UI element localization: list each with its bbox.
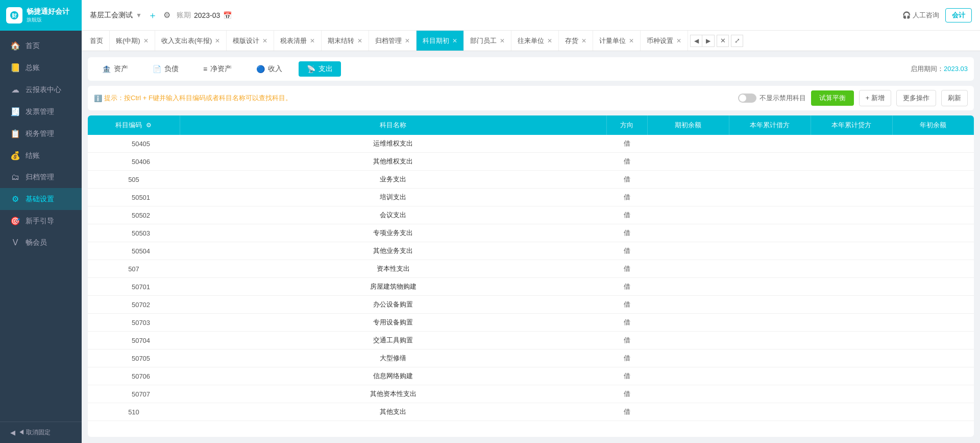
- tab-科目期初[interactable]: 科目期初✕: [416, 31, 464, 51]
- table-row[interactable]: 50706 信息网络购建 借: [88, 367, 974, 385]
- tab-label: 模版设计: [233, 36, 259, 45]
- table-container[interactable]: 科目编码 ⚙ 科目名称 方向 期初余额 本年累计借方 本年累计贷方 年初余额: [88, 115, 974, 437]
- sidebar-item-label: 首页: [26, 41, 40, 51]
- cat-tab-icon: ≡: [203, 65, 207, 73]
- sidebar-item-结账[interactable]: 💰结账: [0, 145, 82, 167]
- more-button[interactable]: 更多操作: [896, 90, 936, 106]
- cell-name: 专用设备购置: [180, 314, 606, 332]
- sidebar-collapse[interactable]: ◀ ◀ 取消固定: [0, 422, 82, 443]
- cell-credit: [811, 260, 892, 278]
- tab-label: 税表清册: [280, 36, 307, 45]
- sidebar-item-label: 发票管理: [26, 107, 54, 116]
- tab-close-icon[interactable]: ✕: [405, 37, 410, 44]
- tab-close-icon[interactable]: ✕: [629, 37, 634, 44]
- table-row[interactable]: 50503 专项业务支出 借: [88, 224, 974, 242]
- cell-credit: [811, 206, 892, 224]
- subjects-table: 科目编码 ⚙ 科目名称 方向 期初余额 本年累计借方 本年累计贷方 年初余额: [88, 115, 974, 421]
- tab-close-icon[interactable]: ✕: [310, 37, 315, 44]
- add-button[interactable]: + 新增: [859, 90, 891, 106]
- cell-year: [892, 403, 974, 421]
- table-row[interactable]: 50702 办公设备购置 借: [88, 296, 974, 314]
- refresh-button[interactable]: 刷新: [941, 90, 968, 106]
- add-project-button[interactable]: ＋: [148, 9, 157, 21]
- sidebar-item-发票管理[interactable]: 🧾发票管理: [0, 101, 82, 123]
- tab-close-icon[interactable]: ✕: [500, 37, 505, 44]
- table-row[interactable]: 50405 运维维权支出 借: [88, 135, 974, 153]
- service-button[interactable]: 🎧 人工咨询: [902, 11, 939, 20]
- tab-label: 归档管理: [375, 36, 402, 45]
- kuaiji-button[interactable]: 会计: [945, 8, 972, 22]
- tab-首页[interactable]: 首页: [84, 31, 110, 51]
- cat-tab-支出[interactable]: 📡支出: [299, 61, 341, 77]
- table-row[interactable]: 50704 交通工具购置 借: [88, 332, 974, 349]
- tab-存货[interactable]: 存货✕: [559, 31, 593, 51]
- settings-icon[interactable]: ⚙: [163, 10, 170, 20]
- table-row[interactable]: 50707 其他资本性支出 借: [88, 385, 974, 403]
- cat-tab-净资产[interactable]: ≡净资产: [195, 61, 240, 77]
- tab-归档管理[interactable]: 归档管理✕: [369, 31, 416, 51]
- tab-收入支出表(年报)[interactable]: 收入支出表(年报)✕: [155, 31, 227, 51]
- table-row[interactable]: 50504 其他业务支出 借: [88, 242, 974, 260]
- cell-name: 信息网络购建: [180, 367, 606, 385]
- tab-账(中期)[interactable]: 账(中期)✕: [110, 31, 155, 51]
- tab-部门员工[interactable]: 部门员工✕: [464, 31, 511, 51]
- tab-close-icon[interactable]: ✕: [215, 37, 220, 44]
- tab-close-icon[interactable]: ✕: [452, 37, 457, 44]
- period-selector[interactable]: 账期 2023-03 📅: [177, 11, 232, 20]
- tab-close-icon[interactable]: ✕: [547, 37, 552, 44]
- sidebar-item-总账[interactable]: 📒总账: [0, 57, 82, 79]
- cell-dir: 借: [606, 278, 647, 296]
- tab-币种设置[interactable]: 币种设置✕: [641, 31, 688, 51]
- table-row[interactable]: 50501 培训支出 借: [88, 189, 974, 206]
- sidebar-item-首页[interactable]: 🏠首页: [0, 35, 82, 57]
- tabbar-expand-button[interactable]: ⤢: [731, 35, 743, 47]
- sidebar-item-归档管理[interactable]: 🗂归档管理: [0, 167, 82, 188]
- period-value: 2023-03: [194, 11, 220, 19]
- toggle-switch[interactable]: [738, 94, 756, 103]
- cat-tab-收入[interactable]: 🔵收入: [248, 61, 290, 77]
- tab-close-icon[interactable]: ✕: [581, 37, 586, 44]
- cell-debit: [729, 349, 811, 367]
- tab-close-icon[interactable]: ✕: [143, 37, 149, 44]
- tab-模版设计[interactable]: 模版设计✕: [227, 31, 274, 51]
- tab-计量单位[interactable]: 计量单位✕: [593, 31, 641, 51]
- tab-往来单位[interactable]: 往来单位✕: [511, 31, 559, 51]
- cell-year: [892, 367, 974, 385]
- sidebar-item-新手引导[interactable]: 🎯新手引导: [0, 210, 82, 232]
- tabbar-prev-button[interactable]: ◀: [690, 35, 702, 47]
- disable-toggle[interactable]: 不显示禁用科目: [738, 94, 806, 103]
- table-row[interactable]: 50703 专用设备购置 借: [88, 314, 974, 332]
- cell-dir: 借: [606, 349, 647, 367]
- sidebar-item-税务管理[interactable]: 📋税务管理: [0, 123, 82, 145]
- table-row[interactable]: 50406 其他维权支出 借: [88, 153, 974, 171]
- tab-close-icon[interactable]: ✕: [357, 37, 362, 44]
- gear-icon[interactable]: ⚙: [146, 122, 152, 129]
- tab-label: 期末结转: [328, 36, 354, 45]
- tabbar-next-button[interactable]: ▶: [702, 35, 715, 47]
- cell-dir: 借: [606, 242, 647, 260]
- table-row[interactable]: 50701 房屋建筑物购建 借: [88, 278, 974, 296]
- tab-期末结转[interactable]: 期末结转✕: [322, 31, 369, 51]
- sidebar-item-畅会员[interactable]: V畅会员: [0, 232, 82, 253]
- cat-tab-资产[interactable]: 🏦资产: [94, 61, 136, 77]
- cell-debit: [729, 403, 811, 421]
- cat-tab-负债[interactable]: 📄负债: [144, 61, 187, 77]
- sidebar-icon: 🗂: [10, 173, 20, 182]
- tabbar-close-button[interactable]: ✕: [717, 35, 729, 47]
- cell-dir: 借: [606, 153, 647, 171]
- cell-balance: [647, 242, 729, 260]
- table-row[interactable]: 50705 大型修缮 借: [88, 349, 974, 367]
- table-row[interactable]: 505 业务支出 借: [88, 171, 974, 189]
- table-row[interactable]: 507 资本性支出 借: [88, 260, 974, 278]
- tab-税表清册[interactable]: 税表清册✕: [274, 31, 322, 51]
- tab-close-icon[interactable]: ✕: [262, 37, 267, 44]
- sidebar-item-云报表中心[interactable]: ☁云报表中心: [0, 79, 82, 101]
- tab-close-icon[interactable]: ✕: [676, 37, 681, 44]
- cell-year: [892, 206, 974, 224]
- sidebar-item-基础设置[interactable]: ⚙基础设置: [0, 188, 82, 210]
- project-selector[interactable]: 基层工会测试 ▼: [90, 11, 142, 20]
- balance-button[interactable]: 试算平衡: [811, 90, 854, 106]
- table-row[interactable]: 50502 会议支出 借: [88, 206, 974, 224]
- col-header-dir: 方向: [606, 115, 647, 135]
- table-row[interactable]: 510 其他支出 借: [88, 403, 974, 421]
